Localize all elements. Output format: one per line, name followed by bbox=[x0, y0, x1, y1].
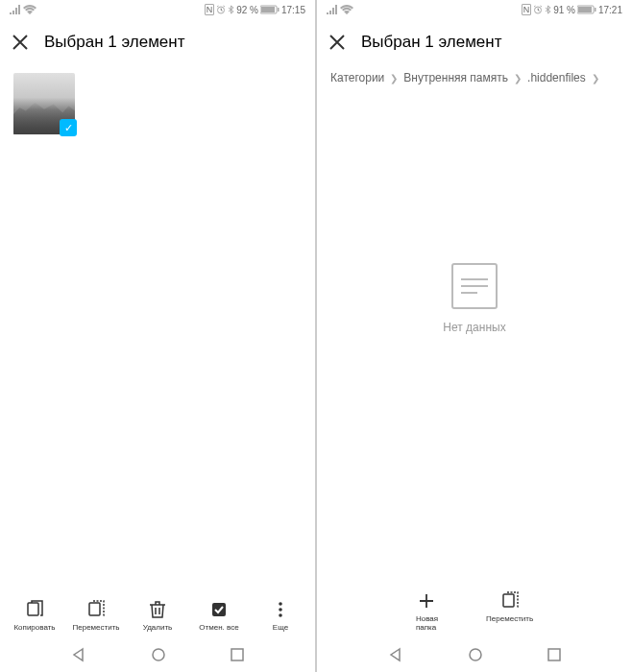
alarm-icon bbox=[533, 5, 543, 14]
move-label: Переместить bbox=[486, 614, 533, 623]
phone-right: N 91 % 17:21 Выбран 1 элемент Категории … bbox=[317, 0, 632, 672]
svg-rect-2 bbox=[261, 7, 275, 12]
file-thumbnail[interactable]: ✓ bbox=[13, 73, 75, 134]
bluetooth-icon bbox=[545, 5, 551, 14]
close-icon[interactable] bbox=[12, 34, 29, 51]
trash-icon bbox=[147, 599, 168, 620]
recent-button[interactable] bbox=[547, 648, 561, 661]
more-label: Еще bbox=[273, 623, 288, 632]
header-title: Выбран 1 элемент bbox=[44, 33, 184, 52]
wifi-icon bbox=[23, 5, 36, 14]
checkmark-icon[interactable]: ✓ bbox=[60, 119, 77, 136]
deselect-label: Отмен. все bbox=[199, 623, 238, 632]
more-icon bbox=[270, 599, 291, 620]
breadcrumb-hidden[interactable]: .hiddenfiles bbox=[527, 71, 586, 84]
svg-rect-14 bbox=[578, 7, 592, 12]
copy-label: Копировать bbox=[13, 623, 55, 632]
back-button[interactable] bbox=[388, 647, 403, 662]
header: Выбран 1 элемент bbox=[0, 19, 315, 65]
battery-percent: 92 % bbox=[236, 5, 258, 15]
status-bar: N 92 % 17:15 bbox=[0, 0, 315, 19]
svg-rect-16 bbox=[503, 594, 514, 607]
move-label: Переместить bbox=[72, 623, 119, 632]
nfc-icon: N bbox=[522, 4, 532, 15]
copy-icon bbox=[24, 599, 45, 620]
chevron-right-icon: ❯ bbox=[390, 73, 398, 84]
battery-icon bbox=[577, 5, 596, 14]
home-button[interactable] bbox=[151, 647, 166, 662]
header-title: Выбран 1 элемент bbox=[361, 33, 501, 52]
svg-rect-18 bbox=[548, 649, 560, 660]
battery-percent: 91 % bbox=[553, 5, 575, 15]
plus-icon bbox=[416, 590, 437, 612]
back-button[interactable] bbox=[71, 647, 86, 662]
bottom-toolbar: Копировать Переместить Удалить Отмен. вс… bbox=[0, 591, 315, 637]
header: Выбран 1 элемент bbox=[317, 19, 632, 65]
svg-point-10 bbox=[153, 649, 164, 660]
move-icon bbox=[499, 590, 521, 612]
content-area: ✓ bbox=[0, 65, 315, 591]
alarm-icon bbox=[216, 5, 226, 14]
clock-time: 17:15 bbox=[281, 5, 305, 15]
nav-bar bbox=[0, 637, 315, 672]
deselect-all-button[interactable]: Отмен. все bbox=[188, 599, 250, 632]
empty-state: Нет данных bbox=[330, 98, 619, 575]
bluetooth-icon bbox=[228, 5, 234, 14]
nfc-icon: N bbox=[205, 4, 215, 15]
signal-icon bbox=[10, 5, 21, 14]
move-button[interactable]: Переместить bbox=[486, 590, 533, 632]
phone-left: N 92 % 17:15 Выбран 1 элемент ✓ bbox=[0, 0, 315, 672]
empty-document-icon bbox=[451, 263, 498, 309]
breadcrumb-categories[interactable]: Категории bbox=[330, 71, 384, 84]
wifi-icon bbox=[340, 5, 353, 14]
delete-label: Удалить bbox=[143, 623, 173, 632]
svg-point-9 bbox=[279, 613, 282, 617]
svg-point-7 bbox=[279, 602, 282, 606]
chevron-right-icon: ❯ bbox=[592, 73, 599, 84]
status-bar: N 91 % 17:21 bbox=[317, 0, 632, 19]
clock-time: 17:21 bbox=[598, 5, 622, 15]
nav-bar bbox=[317, 637, 632, 672]
home-button[interactable] bbox=[468, 647, 483, 662]
move-icon bbox=[85, 599, 107, 620]
breadcrumb: Категории ❯ Внутренняя память ❯ .hiddenf… bbox=[317, 65, 632, 90]
chevron-right-icon: ❯ bbox=[514, 73, 522, 84]
deselect-icon bbox=[208, 599, 230, 620]
content-area: Нет данных bbox=[317, 90, 632, 583]
bottom-toolbar: Новая папка Переместить bbox=[317, 583, 632, 637]
svg-point-17 bbox=[470, 649, 481, 660]
svg-point-8 bbox=[279, 608, 282, 612]
signal-icon bbox=[327, 5, 338, 14]
svg-rect-15 bbox=[595, 8, 596, 12]
copy-button[interactable]: Копировать bbox=[4, 599, 65, 632]
move-button[interactable]: Переместить bbox=[65, 599, 127, 632]
svg-rect-6 bbox=[212, 603, 226, 616]
empty-text: Нет данных bbox=[443, 321, 505, 334]
battery-icon bbox=[260, 5, 280, 14]
more-button[interactable]: Еще bbox=[250, 599, 311, 632]
breadcrumb-internal[interactable]: Внутренняя память bbox=[403, 71, 508, 84]
delete-button[interactable]: Удалить bbox=[127, 599, 188, 632]
svg-rect-5 bbox=[89, 603, 100, 615]
new-folder-button[interactable]: Новая папка bbox=[416, 590, 438, 632]
new-folder-label: Новая папка bbox=[416, 614, 438, 632]
svg-rect-11 bbox=[231, 649, 243, 660]
svg-rect-3 bbox=[278, 8, 280, 12]
svg-rect-4 bbox=[28, 603, 38, 615]
recent-button[interactable] bbox=[231, 648, 244, 661]
close-icon[interactable] bbox=[328, 34, 346, 51]
